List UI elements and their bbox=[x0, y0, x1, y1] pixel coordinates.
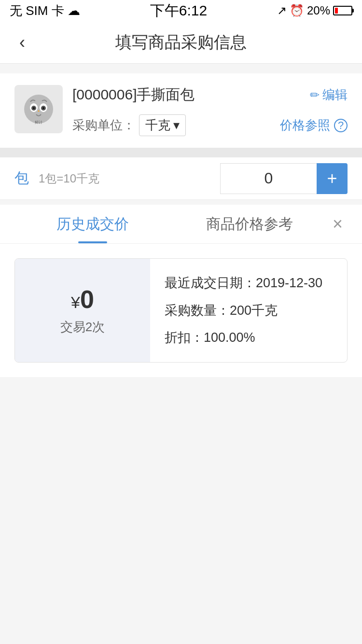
svg-text:鲜计: 鲜计 bbox=[35, 120, 42, 125]
status-time: 下午6:12 bbox=[150, 1, 207, 21]
discount-value: 100.00% bbox=[204, 330, 255, 345]
history-details: 最近成交日期：2019-12-30 采购数量：200千克 折扣：100.00% bbox=[150, 259, 347, 362]
chevron-down-icon: ▾ bbox=[173, 118, 180, 133]
quantity-value: 200千克 bbox=[230, 303, 278, 318]
history-price-value: ¥0 bbox=[71, 285, 94, 314]
tab-history-price[interactable]: 历史成交价 bbox=[14, 205, 171, 243]
quantity-control: + bbox=[220, 163, 348, 194]
unit-label: 采购单位： bbox=[72, 117, 135, 134]
product-thumbnail: 鲜计 bbox=[14, 85, 63, 133]
history-trades-count: 交易2次 bbox=[60, 319, 105, 336]
tab-price-ref-label: 商品价格参考 bbox=[206, 214, 293, 234]
status-left: 无 SIM 卡 ☁ bbox=[10, 2, 80, 19]
svg-point-5 bbox=[33, 107, 35, 109]
history-card: ¥0 交易2次 最近成交日期：2019-12-30 采购数量：200千克 折扣：… bbox=[14, 258, 348, 363]
unit-select-dropdown[interactable]: 千克 ▾ bbox=[139, 114, 186, 136]
quantity-row: 包 1包=10千克 + bbox=[0, 157, 362, 200]
discount-label: 折扣： bbox=[165, 330, 204, 345]
history-price-summary: ¥0 交易2次 bbox=[15, 259, 150, 362]
date-label: 最近成交日期： bbox=[165, 276, 256, 290]
battery-pct: 20% bbox=[307, 4, 330, 17]
edit-label: 编辑 bbox=[322, 86, 348, 103]
unit-value: 千克 bbox=[145, 117, 170, 134]
edit-button[interactable]: ✏ 编辑 bbox=[310, 86, 348, 103]
tab-product-price-ref[interactable]: 商品价格参考 bbox=[171, 205, 327, 243]
tab-panel: 历史成交价 商品价格参考 × ¥0 交易2次 最近成交日期：2019-12-30… bbox=[0, 205, 362, 377]
product-header: 鲜计 [0000006]手撕面包 ✏ 编辑 采购单位： 千克 ▾ bbox=[14, 85, 348, 136]
history-quantity-row: 采购数量：200千克 bbox=[165, 301, 333, 321]
date-value: 2019-12-30 bbox=[256, 276, 322, 290]
product-title-row: [0000006]手撕面包 ✏ 编辑 bbox=[72, 85, 348, 105]
help-icon: ? bbox=[334, 119, 348, 132]
svg-point-0 bbox=[24, 95, 53, 124]
history-discount-row: 折扣：100.00% bbox=[165, 328, 333, 348]
section-divider bbox=[0, 148, 362, 157]
tab-history-label: 历史成交价 bbox=[56, 214, 129, 234]
product-name: [0000006]手撕面包 bbox=[72, 85, 195, 105]
location-icon: ↗ bbox=[277, 4, 287, 17]
price-ref-label: 价格参照 bbox=[280, 117, 330, 134]
svg-point-6 bbox=[42, 107, 44, 109]
currency-symbol: ¥ bbox=[71, 293, 80, 311]
tab-close-button[interactable]: × bbox=[328, 209, 348, 239]
quantity-label: 采购数量： bbox=[165, 303, 230, 318]
sim-label: 无 SIM 卡 ☁ bbox=[10, 2, 80, 19]
quantity-plus-button[interactable]: + bbox=[317, 163, 348, 194]
unit-conversion-hint: 1包=10千克 bbox=[39, 171, 99, 186]
edit-icon: ✏ bbox=[310, 88, 320, 102]
tab-bar: 历史成交价 商品价格参考 × bbox=[0, 205, 362, 244]
product-info: [0000006]手撕面包 ✏ 编辑 采购单位： 千克 ▾ 价格参照 ? bbox=[72, 85, 348, 136]
page-title: 填写商品采购信息 bbox=[115, 31, 247, 54]
product-card: 鲜计 [0000006]手撕面包 ✏ 编辑 采购单位： 千克 ▾ bbox=[0, 73, 362, 148]
package-unit-badge: 包 bbox=[14, 168, 29, 188]
battery-icon bbox=[333, 6, 352, 15]
quantity-input[interactable] bbox=[220, 163, 317, 194]
unit-row: 采购单位： 千克 ▾ 价格参照 ? bbox=[72, 114, 348, 136]
status-bar: 无 SIM 卡 ☁ 下午6:12 ↗ ⏰ 20% bbox=[0, 0, 362, 21]
alarm-icon: ⏰ bbox=[290, 4, 304, 17]
back-button[interactable]: ‹ bbox=[14, 28, 30, 57]
status-right: ↗ ⏰ 20% bbox=[277, 4, 352, 17]
tab-content: ¥0 交易2次 最近成交日期：2019-12-30 采购数量：200千克 折扣：… bbox=[0, 244, 362, 377]
price-reference-button[interactable]: 价格参照 ? bbox=[280, 117, 348, 134]
main-background bbox=[0, 377, 362, 644]
nav-bar: ‹ 填写商品采购信息 bbox=[0, 21, 362, 64]
history-date-row: 最近成交日期：2019-12-30 bbox=[165, 273, 333, 293]
